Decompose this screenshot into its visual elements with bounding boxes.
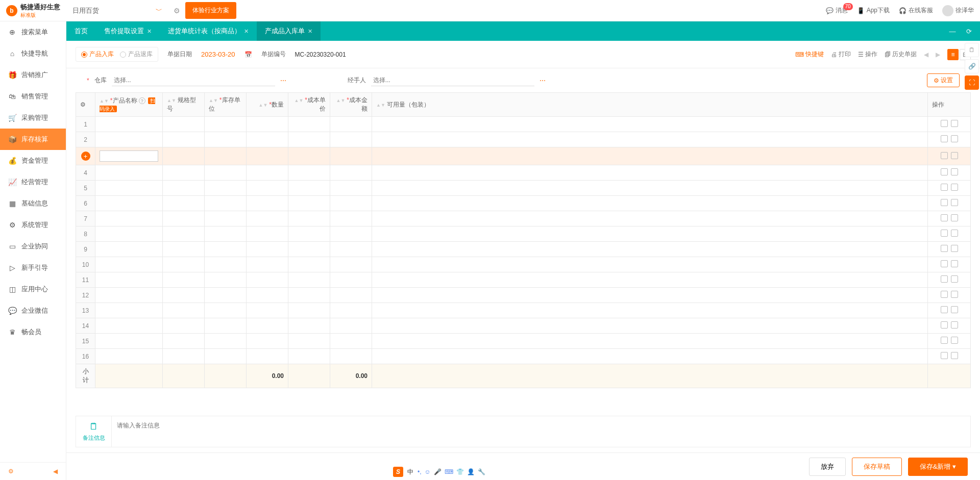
- delete-icon[interactable]: [941, 321, 948, 329]
- delete-icon[interactable]: [941, 306, 948, 313]
- sidebar-item-11[interactable]: ▷新手引导: [0, 257, 66, 279]
- table-row[interactable]: 15: [76, 334, 971, 349]
- col-unit[interactable]: ▲▼*库存单位: [205, 93, 247, 117]
- warehouse-input[interactable]: [112, 74, 275, 86]
- col-name[interactable]: ▲▼*产品名称 ? 扫码录入: [95, 93, 163, 117]
- download-link[interactable]: 📱 App下载: [857, 6, 890, 15]
- tab-minimize[interactable]: —: [946, 25, 959, 37]
- gear-icon[interactable]: ⚙: [174, 7, 180, 15]
- delete-icon[interactable]: [941, 352, 948, 359]
- history-link[interactable]: 🗐 历史单据: [885, 50, 917, 59]
- shortcut-link[interactable]: ⌨ 快捷键: [795, 50, 824, 59]
- delete-icon[interactable]: [941, 275, 948, 283]
- copy-icon[interactable]: [951, 135, 958, 142]
- sidebar-item-12[interactable]: ◫应用中心: [0, 279, 66, 300]
- table-row[interactable]: +: [76, 147, 971, 165]
- sidebar-item-10[interactable]: ▭企业协同: [0, 236, 66, 257]
- ime-mic-icon[interactable]: 🎤: [434, 468, 442, 475]
- sidebar-item-2[interactable]: 🎁营销推广: [0, 64, 66, 86]
- copy-icon[interactable]: [951, 168, 958, 175]
- ops-link[interactable]: ☰ 操作: [858, 50, 877, 59]
- delete-icon[interactable]: [941, 135, 948, 142]
- delete-icon[interactable]: [941, 184, 948, 191]
- ime-tool-icon[interactable]: 🔧: [478, 468, 485, 475]
- delete-icon[interactable]: [941, 120, 948, 127]
- ime-smile-icon[interactable]: ☺: [425, 468, 431, 475]
- settings-button[interactable]: ⚙ 设置: [927, 73, 960, 87]
- copy-icon[interactable]: [951, 245, 958, 252]
- table-row[interactable]: 2: [76, 132, 971, 147]
- copy-icon[interactable]: [951, 230, 958, 237]
- delete-icon[interactable]: [941, 337, 948, 344]
- tab-1[interactable]: 售价提取设置✕: [96, 21, 160, 41]
- settings-icon[interactable]: ⚙: [8, 468, 14, 475]
- table-row[interactable]: 8: [76, 226, 971, 242]
- delete-icon[interactable]: [941, 152, 948, 159]
- rail-link-icon[interactable]: 🔗: [965, 59, 979, 73]
- table-row[interactable]: 16: [76, 349, 971, 364]
- col-qty[interactable]: ▲▼*数量: [247, 93, 288, 117]
- copy-icon[interactable]: [951, 199, 958, 206]
- table-row[interactable]: 7: [76, 211, 971, 226]
- delete-icon[interactable]: [941, 291, 948, 298]
- view-list[interactable]: ≡: [947, 49, 959, 60]
- messages-link[interactable]: 💬 消息 70: [826, 6, 848, 15]
- copy-icon[interactable]: [951, 152, 958, 159]
- delete-icon[interactable]: [941, 199, 948, 206]
- prev-icon[interactable]: ◀: [924, 51, 928, 58]
- table-row[interactable]: 4: [76, 165, 971, 181]
- close-icon[interactable]: ✕: [147, 28, 152, 35]
- copy-icon[interactable]: [951, 321, 958, 329]
- col-config[interactable]: ⚙: [76, 93, 95, 117]
- copy-icon[interactable]: [951, 214, 958, 221]
- col-amt[interactable]: ▲▼*成本金额: [330, 93, 372, 117]
- col-price[interactable]: ▲▼*成本单价: [288, 93, 330, 117]
- col-avail[interactable]: ▲▼可用量（包装）: [372, 93, 928, 117]
- sidebar-item-0[interactable]: ⊕搜索菜单: [0, 21, 66, 43]
- table-row[interactable]: 1: [76, 117, 971, 132]
- sidebar-item-1[interactable]: ⌂快捷导航: [0, 43, 66, 64]
- tab-refresh[interactable]: ⟳: [963, 25, 975, 37]
- add-row-icon[interactable]: +: [81, 151, 90, 161]
- draft-button[interactable]: 保存草稿: [852, 458, 902, 476]
- next-icon[interactable]: ▶: [936, 51, 940, 58]
- delete-icon[interactable]: [941, 214, 948, 221]
- radio-out[interactable]: 产品退库: [120, 50, 153, 59]
- table-row[interactable]: 5: [76, 181, 971, 196]
- calendar-icon[interactable]: 📅: [244, 51, 252, 58]
- copy-icon[interactable]: [951, 260, 958, 267]
- ime-kbd-icon[interactable]: ⌨: [445, 468, 453, 475]
- inout-radio[interactable]: 产品入库 产品退库: [76, 47, 158, 62]
- sidebar-item-7[interactable]: 📈经营管理: [0, 171, 66, 193]
- remarks-input[interactable]: [112, 416, 970, 447]
- copy-icon[interactable]: [951, 352, 958, 359]
- table-row[interactable]: 11: [76, 272, 971, 288]
- copy-icon[interactable]: [951, 337, 958, 344]
- table-row[interactable]: 10: [76, 257, 971, 272]
- table-row[interactable]: 12: [76, 288, 971, 303]
- sidebar-item-5[interactable]: 📦库存核算: [0, 129, 66, 150]
- cta-button[interactable]: 体验行业方案: [185, 2, 236, 19]
- logo[interactable]: b 畅捷通好生意 标准版: [6, 3, 66, 19]
- close-icon[interactable]: ✕: [308, 28, 312, 35]
- print-link[interactable]: 🖨 打印: [831, 50, 851, 59]
- close-icon[interactable]: ✕: [244, 28, 249, 35]
- sidebar-item-4[interactable]: 🛒采购管理: [0, 107, 66, 129]
- copy-icon[interactable]: [951, 184, 958, 191]
- category-select[interactable]: 日用百货 ﹀: [66, 6, 168, 15]
- discard-button[interactable]: 放弃: [809, 458, 846, 476]
- table-row[interactable]: 9: [76, 242, 971, 257]
- save-button[interactable]: 保存&新增 ▾: [908, 458, 968, 476]
- sidebar-item-14[interactable]: ♛畅会员: [0, 321, 66, 343]
- collapse-icon[interactable]: ◀: [53, 468, 58, 475]
- more-icon[interactable]: ⋯: [280, 77, 286, 84]
- sidebar-item-9[interactable]: ⚙系统管理: [0, 214, 66, 236]
- sidebar-item-3[interactable]: 🛍销售管理: [0, 86, 66, 107]
- table-row[interactable]: 13: [76, 303, 971, 318]
- rail-expand-icon[interactable]: ⛶: [965, 75, 979, 90]
- ime-user-icon[interactable]: 👤: [467, 468, 475, 475]
- delete-icon[interactable]: [941, 245, 948, 252]
- sidebar-item-13[interactable]: 💬企业微信: [0, 300, 66, 321]
- copy-icon[interactable]: [951, 291, 958, 298]
- delete-icon[interactable]: [941, 230, 948, 237]
